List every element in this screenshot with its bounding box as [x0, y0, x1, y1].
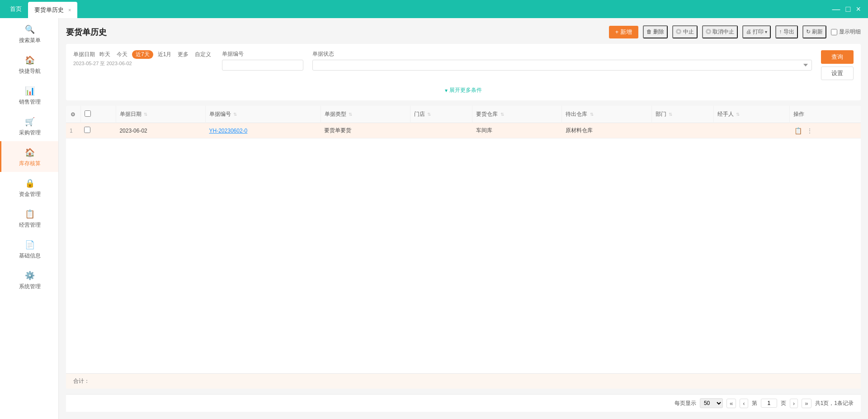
sidebar-label-purchase: 采购管理	[19, 129, 41, 137]
close-window-icon[interactable]: ×	[856, 5, 861, 14]
sidebar: 🔍 搜索菜单 🏠 快捷导航 📊 销售管理 🛒 采购管理 🏠 库存核算 🔒 资金管…	[0, 18, 59, 419]
sidebar-label-sales: 销售管理	[19, 98, 41, 106]
table-row: 1 2023-06-02 YH-20230602-0 要货单要货 车间库 原材料…	[66, 123, 861, 138]
tab-close-icon[interactable]: ×	[68, 7, 71, 13]
th-department[interactable]: 部门 ⇅	[651, 106, 713, 123]
toolbar: + 新增 🗑 删除 ◎ 中止 ◎ 取消中止 🖨 打印 ▾ ↑ 导出 ↻ 刷新 显…	[609, 25, 861, 38]
delete-button[interactable]: 🗑 删除	[643, 25, 668, 38]
edit-icon[interactable]: 📋	[794, 127, 802, 134]
refresh-button[interactable]: ↻ 刷新	[802, 25, 826, 38]
cell-handler	[713, 123, 789, 138]
doc-number-label: 单据编号	[222, 50, 303, 58]
th-type[interactable]: 单据类型 ⇅	[321, 106, 410, 123]
sort-handler-icon: ⇅	[736, 112, 740, 117]
sidebar-item-inventory[interactable]: 🏠 库存核算	[0, 141, 58, 172]
per-page-select[interactable]: 50 20 100	[700, 398, 723, 408]
tab-home[interactable]: 首页	[4, 0, 28, 18]
maximize-icon[interactable]: □	[846, 5, 851, 14]
export-button[interactable]: ↑ 导出	[775, 25, 797, 38]
new-button[interactable]: + 新增	[609, 26, 638, 38]
chevron-down-icon-2: ▾	[445, 87, 448, 94]
search-icon: 🔍	[25, 24, 35, 34]
sidebar-item-sales[interactable]: 📊 销售管理	[0, 80, 58, 110]
display-detail-checkbox[interactable]	[831, 29, 837, 35]
finance-icon: 🔒	[25, 178, 35, 188]
last-page-button[interactable]: »	[802, 399, 811, 408]
sidebar-item-finance[interactable]: 🔒 资金管理	[0, 172, 58, 203]
th-handler[interactable]: 经手人 ⇅	[713, 106, 789, 123]
th-pending-warehouse[interactable]: 待出仓库 ⇅	[562, 106, 651, 123]
more-icon[interactable]: ⋮	[807, 127, 813, 134]
sort-department-icon: ⇅	[669, 112, 672, 117]
doc-number-link[interactable]: YH-20230602-0	[209, 128, 248, 134]
sidebar-label-inventory: 库存核算	[19, 160, 41, 167]
sidebar-label-finance: 资金管理	[19, 190, 41, 198]
tab-active-label: 要货单历史	[34, 6, 64, 14]
cell-index: 1	[66, 123, 80, 138]
sidebar-label-search-menu: 搜索菜单	[19, 37, 41, 44]
filter-area: 单据日期 昨天 今天 近7天 近1月 更多 自定义 2023-05-27 至 2…	[66, 44, 861, 100]
minimize-icon[interactable]: —	[832, 5, 840, 14]
data-table: ⚙ 单据日期 ⇅ 单据编号 ⇅ 单据类型 ⇅	[66, 106, 861, 138]
sidebar-item-quick-nav[interactable]: 🏠 快捷导航	[0, 49, 58, 80]
sort-pending-warehouse-icon: ⇅	[590, 112, 594, 117]
select-all-checkbox[interactable]	[85, 110, 91, 117]
row-checkbox[interactable]	[84, 127, 90, 133]
page-title: 要货单历史	[66, 27, 107, 38]
doc-number-input[interactable]	[222, 60, 303, 71]
shortcut-today[interactable]: 今天	[115, 50, 129, 59]
filter-date-label: 单据日期	[73, 51, 95, 58]
status-select[interactable]	[312, 60, 812, 71]
sidebar-item-system[interactable]: ⚙️ 系统管理	[0, 264, 58, 295]
th-settings[interactable]: ⚙	[66, 106, 80, 123]
basic-info-icon: 📄	[25, 240, 35, 250]
th-date[interactable]: 单据日期 ⇅	[116, 106, 205, 123]
page-label: 第	[752, 400, 757, 407]
prev-page-button[interactable]: ‹	[740, 399, 748, 408]
date-shortcuts: 单据日期 昨天 今天 近7天 近1月 更多 自定义	[73, 50, 213, 59]
filter-row-1: 单据日期 昨天 今天 近7天 近1月 更多 自定义 2023-05-27 至 2…	[73, 50, 854, 80]
expand-more[interactable]: ▾ 展开更多条件	[73, 85, 854, 96]
cell-pending-warehouse: 原材料仓库	[562, 123, 651, 138]
query-button[interactable]: 查询	[821, 50, 854, 64]
th-store[interactable]: 门店 ⇅	[410, 106, 472, 123]
per-page-label: 每页显示	[675, 400, 696, 407]
filter-group-docnum: 单据编号	[222, 50, 303, 71]
window-controls: — □ ×	[832, 5, 864, 14]
cell-number[interactable]: YH-20230602-0	[206, 123, 321, 138]
content-area: 要货单历史 + 新增 🗑 删除 ◎ 中止 ◎ 取消中止 🖨 打印 ▾ ↑ 导出 …	[59, 18, 868, 419]
first-page-button[interactable]: «	[726, 399, 736, 408]
expand-more-label: 展开更多条件	[449, 86, 482, 94]
purchase-icon: 🛒	[25, 117, 35, 127]
sales-icon: 📊	[25, 86, 35, 96]
sidebar-item-basic-info[interactable]: 📄 基础信息	[0, 233, 58, 264]
cell-req-warehouse: 车间库	[472, 123, 562, 138]
sidebar-item-search-menu[interactable]: 🔍 搜索菜单	[0, 18, 58, 49]
th-number[interactable]: 单据编号 ⇅	[206, 106, 321, 123]
stop-button[interactable]: ◎ 中止	[672, 25, 697, 38]
page-number-input[interactable]	[761, 399, 777, 408]
shortcut-7days[interactable]: 近7天	[132, 50, 153, 59]
settings-button[interactable]: 设置	[821, 67, 854, 80]
table-header-row: ⚙ 单据日期 ⇅ 单据编号 ⇅ 单据类型 ⇅	[66, 106, 861, 123]
shortcut-yesterday[interactable]: 昨天	[98, 50, 112, 59]
chevron-down-icon: ▾	[765, 29, 767, 34]
sidebar-item-operations[interactable]: 📋 经营管理	[0, 203, 58, 233]
print-button[interactable]: 🖨 打印 ▾	[742, 25, 771, 38]
filter-group-date: 单据日期 昨天 今天 近7天 近1月 更多 自定义 2023-05-27 至 2…	[73, 50, 213, 67]
cell-type: 要货单要货	[321, 123, 410, 138]
th-checkbox[interactable]	[80, 106, 116, 123]
sidebar-item-purchase[interactable]: 🛒 采购管理	[0, 110, 58, 141]
th-req-warehouse[interactable]: 要货仓库 ⇅	[472, 106, 562, 123]
shortcut-custom[interactable]: 自定义	[193, 50, 213, 59]
cell-checkbox[interactable]	[80, 123, 116, 138]
cancel-stop-button[interactable]: ◎ 取消中止	[702, 25, 738, 38]
display-detail-option[interactable]: 显示明细	[831, 28, 861, 36]
filter-actions: 查询 设置	[821, 50, 854, 80]
next-page-button[interactable]: ›	[790, 399, 798, 408]
date-range-value: 2023-05-27 至 2023-06-02	[73, 60, 213, 67]
system-icon: ⚙️	[25, 271, 35, 281]
shortcut-1month[interactable]: 近1月	[156, 50, 174, 59]
shortcut-more[interactable]: 更多	[176, 50, 190, 59]
tab-active[interactable]: 要货单历史 ×	[28, 2, 77, 18]
